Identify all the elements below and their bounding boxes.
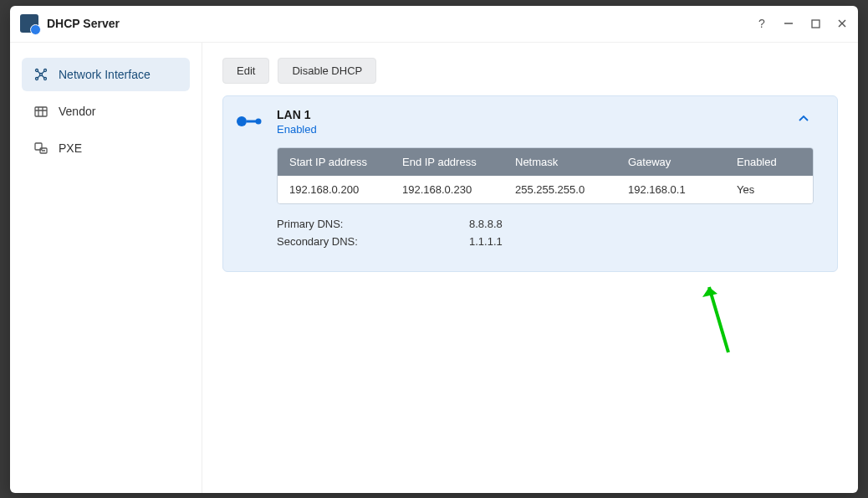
secondary-dns-row: Secondary DNS: 1.1.1.1 — [277, 235, 814, 248]
sidebar-item-label: PXE — [59, 141, 82, 155]
minimize-icon[interactable] — [783, 18, 794, 29]
svg-line-11 — [38, 75, 40, 78]
svg-rect-1 — [812, 20, 819, 28]
svg-rect-17 — [35, 143, 42, 150]
dhcp-range-table: Start IP address End IP address Netmask … — [277, 147, 814, 204]
close-icon[interactable] — [836, 18, 848, 29]
svg-line-12 — [42, 75, 44, 78]
disable-dhcp-button[interactable]: Disable DHCP — [278, 58, 376, 84]
window-controls: ? — [756, 18, 848, 29]
titlebar: DHCP Server ? — [10, 6, 858, 43]
th-start-ip: Start IP address — [278, 148, 391, 176]
sidebar-item-vendor[interactable]: Vendor — [22, 95, 190, 128]
body: Network Interface Vendor PXE — [10, 43, 858, 493]
svg-marker-24 — [702, 287, 717, 297]
svg-line-10 — [42, 71, 44, 74]
cell-end-ip: 192.168.0.230 — [391, 176, 503, 203]
cell-start-ip: 192.168.0.200 — [278, 176, 391, 203]
edit-button[interactable]: Edit — [222, 58, 269, 84]
secondary-dns-value: 1.1.1.1 — [469, 235, 503, 248]
sidebar-item-network-interface[interactable]: Network Interface — [22, 58, 190, 91]
dns-block: Primary DNS: 8.8.8.8 Secondary DNS: 1.1.… — [277, 218, 814, 248]
cell-netmask: 255.255.255.0 — [503, 176, 616, 203]
panel-title-wrap: LAN 1 Enabled — [277, 108, 780, 136]
lan-panel: LAN 1 Enabled Start IP address End IP ad… — [222, 95, 838, 272]
table-header: Start IP address End IP address Netmask … — [278, 148, 813, 176]
annotation-arrow-icon — [699, 277, 741, 361]
svg-rect-13 — [35, 107, 47, 116]
th-end-ip: End IP address — [391, 148, 503, 176]
pxe-icon — [33, 141, 49, 156]
panel-header: LAN 1 Enabled — [235, 108, 814, 136]
app-icon — [20, 14, 38, 33]
panel-status: Enabled — [277, 123, 780, 136]
cell-enabled: Yes — [725, 176, 813, 203]
sidebar-item-label: Vendor — [59, 105, 95, 118]
sidebar: Network Interface Vendor PXE — [10, 43, 202, 493]
th-netmask: Netmask — [503, 148, 616, 176]
cell-gateway: 192.168.0.1 — [616, 176, 725, 203]
app-window: DHCP Server ? Network — [10, 6, 858, 493]
sidebar-item-label: Network Interface — [59, 68, 151, 81]
app-title: DHCP Server — [47, 17, 756, 30]
svg-point-22 — [256, 118, 262, 124]
svg-line-23 — [709, 287, 728, 352]
toolbar: Edit Disable DHCP — [222, 58, 838, 84]
chevron-up-icon[interactable] — [794, 108, 814, 130]
svg-line-9 — [38, 71, 40, 74]
primary-dns-row: Primary DNS: 8.8.8.8 — [277, 218, 814, 230]
th-enabled: Enabled — [725, 148, 813, 176]
sidebar-item-pxe[interactable]: PXE — [22, 131, 190, 165]
primary-dns-label: Primary DNS: — [277, 218, 469, 230]
th-gateway: Gateway — [616, 148, 725, 176]
secondary-dns-label: Secondary DNS: — [277, 235, 469, 248]
primary-dns-value: 8.8.8.8 — [469, 218, 503, 230]
table-row[interactable]: 192.168.0.200 192.168.0.230 255.255.255.… — [278, 176, 813, 203]
panel-title: LAN 1 — [277, 108, 780, 121]
svg-point-20 — [237, 116, 247, 126]
main-content: Edit Disable DHCP LAN 1 Enabled — [202, 43, 858, 493]
vendor-icon — [33, 104, 49, 119]
lan-status-icon — [235, 113, 263, 130]
network-icon — [33, 67, 49, 82]
help-icon[interactable]: ? — [756, 18, 768, 29]
maximize-icon[interactable] — [809, 18, 821, 29]
